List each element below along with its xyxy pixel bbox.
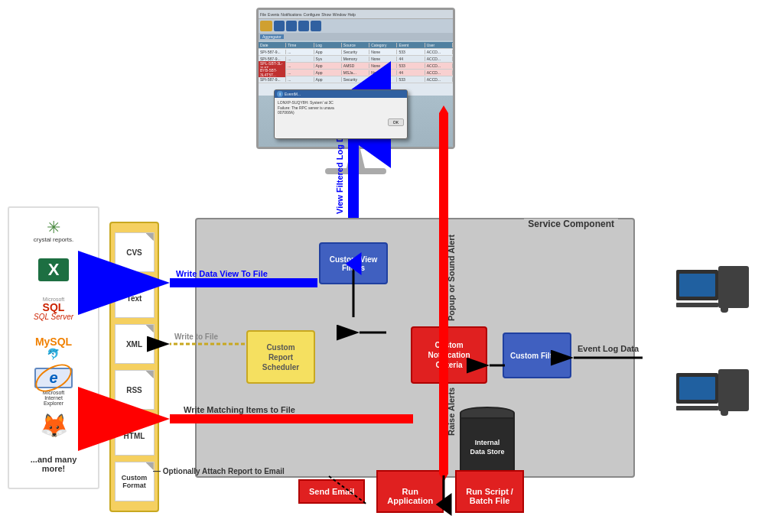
file-icon-html: HTML (115, 416, 155, 456)
ie-logo: e MicrosoftInternetExplorer (19, 368, 88, 406)
service-component-label: Service Component (524, 219, 618, 229)
run-application-box: Run Application (376, 470, 444, 513)
custom-view-filters: Custom View Filters (319, 242, 388, 284)
service-component-box: Service Component Custom View Filters In… (195, 218, 635, 478)
mysql-logo: MySQL 🐬 (19, 329, 88, 367)
firefox-logo: 🦊 (19, 407, 88, 445)
file-icons-panel: CVS Text XML RSS HTML Custom Format (109, 222, 159, 512)
monitor-base (325, 168, 386, 174)
crystal-reports-logo: ✳ crystal reports. (19, 212, 88, 250)
custom-notification-criteria: Custom Notification Criteria (411, 326, 487, 384)
monitor-screen: FileEventsNotificationsConfigureShowWind… (256, 8, 455, 149)
diagram: FileEventsNotificationsConfigureShowWind… (0, 0, 768, 532)
file-icon-rss: RSS (115, 370, 155, 410)
and-more-label: ...and manymore! (19, 445, 88, 483)
computers-panel (669, 252, 760, 443)
file-icon-text: Text (115, 278, 155, 318)
custom-filters: Custom Filters (503, 332, 571, 378)
file-icon-cvs: CVS (115, 232, 155, 272)
computer-2 (676, 369, 753, 430)
custom-report-scheduler: Custom Report Scheduler (246, 330, 315, 384)
logos-panel: ✳ crystal reports. X Microsoft SQL SQL S… (8, 206, 99, 489)
sql-server-logo: Microsoft SQL SQL Server (19, 290, 88, 328)
monitor-stand (344, 149, 367, 168)
send-email-box: Send Email (298, 479, 365, 504)
file-icon-custom-format: Custom Format (115, 462, 155, 501)
excel-logo: X (19, 251, 88, 289)
monitor: FileEventsNotificationsConfigureShowWind… (245, 8, 467, 191)
action-boxes: Send Email Run Application Run Script / … (298, 470, 524, 513)
internal-data-store: Internal Data Store (330, 319, 399, 403)
file-icon-xml: XML (115, 324, 155, 364)
run-script-box: Run Script / Batch File (455, 470, 524, 513)
computer-1 (676, 266, 753, 327)
